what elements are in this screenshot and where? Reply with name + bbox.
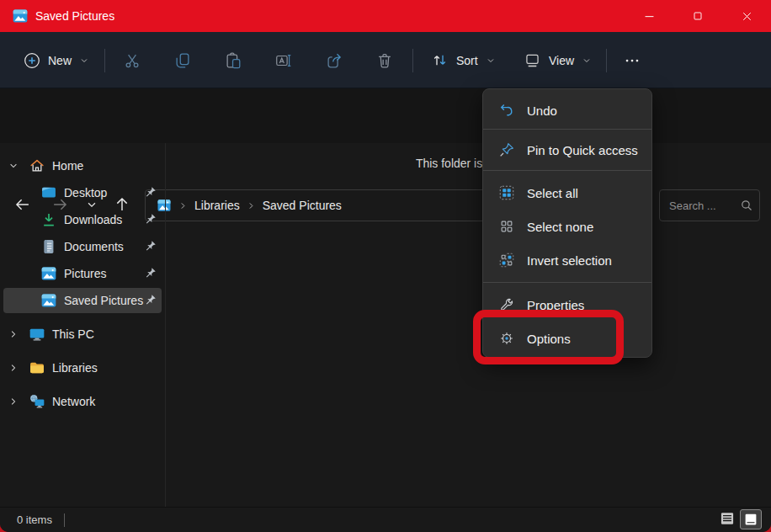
sidebar-item-label: Home: [52, 153, 83, 178]
address-bar-row: Libraries Saved Pictures: [0, 88, 771, 143]
pin-icon: [498, 141, 515, 158]
menu-item-label: Select all: [527, 186, 578, 200]
sort-button-label: Sort: [456, 54, 478, 67]
breadcrumb-chevron-icon[interactable]: [247, 201, 256, 210]
menu-item-invert-selection[interactable]: Invert selection: [483, 243, 651, 277]
sort-arrows-icon: [431, 51, 449, 69]
pictures-icon: [40, 265, 57, 282]
sidebar-item-libraries[interactable]: Libraries: [0, 355, 165, 380]
new-button-label: New: [48, 54, 72, 67]
breadcrumb-segment-libraries[interactable]: Libraries: [194, 199, 240, 212]
select-none-icon: [498, 218, 515, 235]
close-button[interactable]: [722, 0, 771, 32]
plus-circle-icon: [24, 52, 40, 69]
window-controls: [625, 0, 771, 32]
undo-icon: [498, 102, 515, 119]
close-icon: [740, 9, 754, 24]
libraries-icon: [29, 359, 45, 376]
sort-button[interactable]: Sort: [423, 45, 504, 76]
pin-icon: [145, 240, 158, 253]
share-icon: [325, 51, 343, 70]
delete-button[interactable]: [368, 44, 401, 77]
copy-icon: [173, 51, 192, 70]
item-count: 0 items: [17, 508, 52, 532]
chevron-down-icon: [79, 56, 89, 66]
window-title: Saved Pictures: [35, 0, 114, 32]
menu-item-label: Options: [527, 332, 571, 346]
chevron-right-icon[interactable]: [7, 361, 20, 375]
details-view-icon: [719, 510, 736, 527]
sidebar-item-label: Documents: [64, 234, 124, 259]
menu-item-label: Pin to Quick access: [527, 143, 638, 157]
breadcrumb-chevron-icon[interactable]: [178, 201, 188, 210]
ellipsis-icon: [623, 51, 641, 70]
select-all-icon: [498, 184, 515, 201]
paste-button[interactable]: [216, 44, 250, 77]
sidebar-item-label: This PC: [52, 322, 94, 347]
maximize-button[interactable]: [673, 0, 722, 32]
sidebar-item-label: Libraries: [52, 355, 98, 380]
properties-wrench-icon: [498, 296, 515, 313]
view-button[interactable]: View: [515, 45, 600, 76]
home-icon: [29, 157, 45, 174]
sidebar-item-label: Network: [52, 389, 95, 414]
menu-item-select-none[interactable]: Select none: [483, 210, 651, 243]
toolbar-separator: [412, 49, 413, 72]
cut-button[interactable]: [115, 44, 149, 77]
sidebar-item-downloads[interactable]: Downloads: [0, 207, 165, 232]
search-input[interactable]: [660, 200, 734, 212]
search-icon[interactable]: [734, 199, 759, 212]
details-view-button[interactable]: [717, 509, 737, 528]
minimize-icon: [642, 9, 657, 24]
menu-item-options[interactable]: Options: [483, 322, 651, 355]
sidebar-item-this-pc[interactable]: This PC: [0, 322, 165, 347]
pin-icon: [145, 267, 158, 280]
navigation-pane: Home Desktop Downloads Doc: [0, 143, 165, 507]
documents-icon: [40, 238, 57, 255]
chevron-down-icon: [582, 56, 592, 66]
screen: Saved Pictures New: [0, 0, 771, 532]
pictures-icon: [12, 8, 29, 24]
pane-divider: [165, 143, 166, 507]
chevron-down-icon[interactable]: [7, 159, 20, 173]
chevron-right-icon[interactable]: [7, 395, 20, 408]
options-gear-icon: [498, 330, 515, 347]
status-bar: 0 items: [0, 507, 771, 532]
menu-item-select-all[interactable]: Select all: [483, 176, 651, 210]
maximize-icon: [691, 9, 705, 23]
see-more-menu: Undo Pin to Quick access Select all: [482, 88, 652, 358]
rename-button[interactable]: [267, 44, 300, 77]
menu-item-label: Undo: [527, 104, 557, 118]
minimize-button[interactable]: [625, 0, 673, 32]
menu-item-pin-to-quick-access[interactable]: Pin to Quick access: [483, 130, 651, 170]
menu-item-label: Invert selection: [527, 253, 612, 268]
copy-button[interactable]: [166, 44, 199, 77]
breadcrumb-segment-saved-pictures[interactable]: Saved Pictures: [263, 199, 342, 212]
chevron-right-icon[interactable]: [7, 327, 20, 341]
sidebar-item-pictures[interactable]: Pictures: [0, 261, 165, 286]
thumbnails-view-icon: [743, 512, 758, 527]
see-more-button[interactable]: [615, 44, 649, 77]
sidebar-item-documents[interactable]: Documents: [0, 234, 165, 259]
menu-item-undo[interactable]: Undo: [483, 92, 651, 129]
toolbar-separator: [606, 49, 607, 72]
sidebar-item-network[interactable]: Network: [0, 389, 165, 414]
paste-icon: [224, 51, 242, 70]
this-pc-icon: [29, 326, 45, 343]
new-button[interactable]: New: [15, 45, 98, 76]
command-toolbar: New: [0, 32, 771, 88]
sidebar-item-desktop[interactable]: Desktop: [0, 180, 165, 205]
file-explorer-window: Saved Pictures New: [0, 0, 771, 532]
sidebar-item-home[interactable]: Home: [0, 153, 165, 178]
menu-item-properties[interactable]: Properties: [483, 288, 651, 322]
sidebar-item-saved-pictures[interactable]: Saved Pictures: [0, 288, 165, 313]
pin-icon: [145, 186, 158, 200]
pin-icon: [145, 213, 158, 226]
thumbnails-view-button[interactable]: [740, 509, 762, 529]
view-frame-icon: [524, 51, 541, 69]
toolbar-separator: [104, 49, 105, 72]
share-button[interactable]: [317, 44, 351, 77]
network-icon: [29, 393, 45, 410]
sidebar-item-label: Desktop: [64, 180, 107, 205]
desktop-icon: [40, 184, 57, 201]
